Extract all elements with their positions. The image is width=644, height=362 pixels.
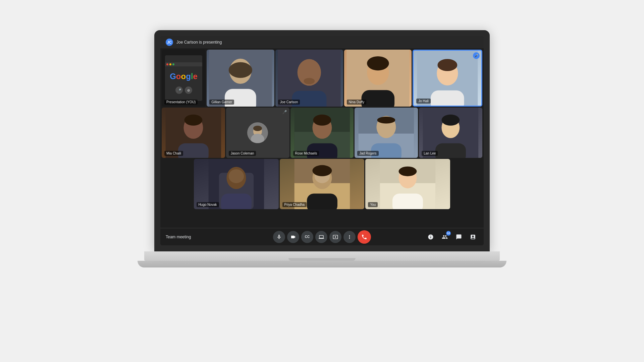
rose-photo	[290, 108, 354, 158]
participant-cell-you[interactable]: You	[365, 159, 450, 209]
joe-photo	[275, 50, 343, 107]
svg-point-45	[442, 115, 460, 126]
svg-rect-55	[307, 193, 337, 209]
mia-photo	[162, 108, 225, 158]
participant-cell-jo[interactable]: 🎤 Jo Hall	[413, 50, 482, 107]
gillian-photo	[207, 50, 274, 107]
meet-app: JC Joe Carlson is presenting	[160, 36, 484, 245]
svg-point-56	[312, 165, 332, 176]
toolbar-right: 12	[425, 232, 478, 242]
screen-bezel: JC Joe Carlson is presenting	[154, 30, 490, 251]
jason-name: Jason Coleman	[229, 151, 256, 156]
info-button[interactable]	[425, 232, 436, 242]
you-name: You	[368, 202, 378, 207]
more-options-button[interactable]	[343, 231, 356, 243]
svg-rect-50	[221, 193, 252, 209]
priya-photo	[280, 159, 365, 209]
pres-stop-btn[interactable]: ⊘	[185, 86, 192, 94]
you-photo	[365, 159, 450, 209]
participant-cell-jason[interactable]: 🎤 Jason Coleman	[226, 108, 289, 158]
laptop-base	[144, 251, 500, 261]
svg-rect-13	[361, 90, 394, 107]
camera-button[interactable]	[287, 231, 299, 243]
svg-point-49	[228, 169, 244, 183]
svg-point-9	[304, 78, 315, 84]
speaking-indicator-jo: 🎤	[473, 52, 480, 59]
laptop-bottom	[138, 261, 506, 267]
svg-rect-18	[431, 90, 464, 106]
hugo-name: Hugo Novak	[197, 202, 219, 207]
presentation-label: Presentation (YOU)	[164, 100, 198, 105]
svg-point-19	[438, 59, 458, 71]
grid-row-3: Hugo Novak	[194, 159, 450, 209]
grid-row-2: Mia Chaili	[162, 108, 482, 158]
joe-name: Joe Carlson	[278, 100, 300, 105]
participant-cell-priya[interactable]: Priya Chadha	[280, 159, 365, 209]
pres-mic-btn[interactable]: 🎤	[175, 86, 183, 94]
jad-photo	[355, 108, 418, 158]
presentation-content: G o o g l e 🎤 ⊘	[165, 55, 202, 101]
window-chrome	[165, 62, 202, 66]
jad-name: Jad Rogers	[357, 151, 378, 156]
svg-rect-44	[435, 143, 466, 158]
meeting-name: Team meeting	[166, 235, 191, 239]
mia-name: Mia Chaili	[164, 151, 183, 156]
jo-name: Jo Hall	[416, 99, 431, 104]
jason-mute-icon: 🎤	[282, 110, 287, 114]
participant-cell-jad[interactable]: Jad Rogers	[355, 108, 418, 158]
participants-button[interactable]: 12	[439, 232, 450, 242]
gillian-name: Gillian Garner	[209, 100, 234, 105]
share-screen-button[interactable]	[315, 231, 327, 243]
jason-avatar	[247, 122, 268, 143]
lan-name: Lan Lee	[422, 151, 438, 156]
priya-name: Priya Chadha	[282, 202, 307, 207]
hugo-photo	[194, 159, 279, 209]
toolbar-left: Team meeting	[166, 235, 191, 239]
activities-button[interactable]	[468, 232, 478, 242]
nina-photo	[344, 50, 412, 107]
presenter-label: Joe Carlson is presenting	[176, 40, 222, 45]
toolbar-center: CC	[273, 230, 371, 244]
jason-avatar-wrapper	[226, 108, 289, 158]
captions-button[interactable]: CC	[301, 231, 313, 243]
svg-point-34	[313, 115, 331, 126]
participant-cell-nina[interactable]: Nina Duffy	[344, 50, 412, 107]
grid-row-1: G o o g l e 🎤 ⊘ P	[162, 50, 482, 107]
svg-rect-61	[392, 193, 423, 209]
svg-point-7	[300, 62, 319, 80]
svg-point-4	[229, 62, 252, 78]
svg-point-28	[253, 126, 262, 131]
present-button[interactable]	[329, 231, 341, 243]
mic-button[interactable]	[273, 231, 285, 243]
jo-photo	[414, 51, 481, 106]
toolbar: Team meeting CC	[160, 228, 484, 245]
nina-name: Nina Duffy	[347, 100, 367, 105]
presenter-bar: JC Joe Carlson is presenting	[160, 36, 484, 48]
google-logo: G o o g l e	[167, 69, 200, 84]
svg-point-24	[184, 115, 203, 126]
participant-cell-joe[interactable]: Joe Carlson	[275, 50, 343, 107]
presentation-cell[interactable]: G o o g l e 🎤 ⊘ P	[162, 50, 206, 107]
lan-photo	[419, 108, 482, 158]
participant-cell-rose[interactable]: Rose Michaels	[290, 108, 354, 158]
svg-point-40	[377, 117, 395, 124]
chat-button[interactable]	[453, 232, 464, 242]
svg-point-62	[399, 167, 417, 176]
presentation-controls: 🎤 ⊘	[175, 86, 192, 94]
presenter-avatar: JC	[166, 39, 173, 46]
participant-count: 12	[446, 231, 451, 236]
end-call-button[interactable]	[358, 230, 371, 244]
rose-name: Rose Michaels	[293, 151, 319, 156]
laptop-shell: JC Joe Carlson is presenting	[138, 30, 506, 332]
video-grid: G o o g l e 🎤 ⊘ P	[160, 48, 484, 228]
participant-cell-gillian[interactable]: Gillian Garner	[207, 50, 274, 107]
svg-point-14	[367, 56, 389, 70]
participant-cell-lan[interactable]: Lan Lee	[419, 108, 482, 158]
participant-cell-mia[interactable]: Mia Chaili	[162, 108, 225, 158]
participant-cell-hugo[interactable]: Hugo Novak	[194, 159, 279, 209]
